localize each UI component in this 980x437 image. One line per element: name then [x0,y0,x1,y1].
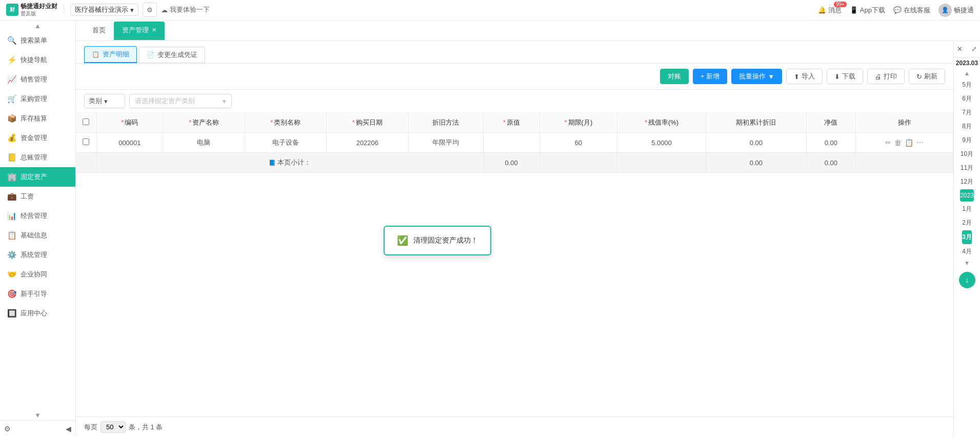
operations-icon: 📊 [7,211,16,221]
sidebar-item-payroll[interactable]: 💼 工资 [0,187,75,206]
right-panel-expand-icon[interactable]: ⤢ [971,45,977,53]
sidebar-item-basic-info[interactable]: 📋 基础信息 [0,226,75,245]
header-right: 🔔 消息 99+ 📱 App下载 💬 在线客服 👤 畅捷通 [818,4,974,17]
month-3-current[interactable]: 3月 [962,230,972,244]
sidebar-item-search[interactable]: 🔍 搜索菜单 [0,31,75,50]
sidebar-item-inventory[interactable]: 📦 库存核算 [0,109,75,128]
row-initial-accumulated: 0.00 [706,133,806,153]
print-button[interactable]: 🖨 打印 [867,69,905,84]
col-period: *期限(月) [539,113,617,133]
sidebar-scroll-down[interactable]: ▼ [0,410,75,420]
col-operations: 操作 [856,113,953,133]
company-name: 医疗器械行业演示 [75,5,128,14]
month-2[interactable]: 2月 [954,216,980,230]
batch-button[interactable]: 批量操作 ▼ [731,69,782,84]
main-container: ▲ 🔍 搜索菜单 ⚡ 快捷导航 📈 销售管理 🛒 采购管理 📦 库存核算 [0,21,980,437]
category-value-filter[interactable]: 请选择固定资产类别 ▾ [129,94,232,108]
month-7[interactable]: 7月 [954,106,980,120]
sidebar-item-ledger[interactable]: 📒 总账管理 [0,148,75,167]
sidebar-item-fixed-assets[interactable]: 🏢 固定资产 [0,167,75,187]
refresh-label: 刷新 [924,72,937,81]
online-service-button[interactable]: 💬 在线客服 [893,6,930,15]
col-depreciation: 折旧方法 [408,113,483,133]
sidebar-item-label: 基础信息 [21,231,47,240]
month-5[interactable]: 5月 [954,78,980,92]
month-11[interactable]: 11月 [954,161,980,175]
download-button[interactable]: ⬇ 下载 [827,69,863,84]
month-1[interactable]: 1月 [954,202,980,216]
sidebar-item-purchase[interactable]: 🛒 采购管理 [0,89,75,109]
ledger-icon: 📒 [7,153,16,162]
row-checkbox-cell [76,133,96,153]
sidebar-item-label: 快捷导航 [21,55,47,65]
tab-close-icon[interactable]: ✕ [152,27,156,33]
sidebar-item-app-center[interactable]: 🔲 应用中心 [0,304,75,323]
filter-wide-chevron-icon: ▾ [223,97,226,105]
content-area: 首页 资产管理 ✕ 📋 资产明细 📄 变更生成凭证 [76,21,980,437]
sub-tab-asset-detail[interactable]: 📋 资产明细 [84,46,137,63]
new-button[interactable]: + 新增 [693,69,727,84]
refresh-button[interactable]: ↻ 刷新 [909,69,945,84]
tab-assets-management[interactable]: 资产管理 ✕ [114,22,165,40]
edit-icon[interactable]: ✏ [885,138,891,147]
month-8[interactable]: 8月 [954,120,980,133]
table-row: 000001 电脑 电子设备 202206 年限平均 60 5.0000 0.0… [76,133,953,153]
month-12[interactable]: 12月 [954,175,980,189]
experience-button[interactable]: ☁ 我要体验一下 [161,5,210,14]
app-center-icon: 🔲 [7,309,16,318]
import-icon: ⬆ [794,73,799,81]
row-category: 电子设备 [245,133,326,153]
import-label: 导入 [802,72,815,81]
bottom-settings-icon[interactable]: ⚙ [4,425,11,433]
right-panel-action-button[interactable]: ↓ [959,272,975,288]
sidebar-item-finance[interactable]: 💰 资金管理 [0,128,75,148]
sidebar-item-operations[interactable]: 📊 经营管理 [0,206,75,226]
delete-icon[interactable]: 🗑 [894,138,902,147]
change-voucher-icon: 📄 [147,51,154,58]
sidebar-item-quick-nav[interactable]: ⚡ 快捷导航 [0,50,75,70]
row-checkbox[interactable] [83,138,89,145]
tab-home-label: 首页 [92,26,106,35]
month-6[interactable]: 6月 [954,92,980,106]
settings-button[interactable]: ⚙ [143,3,157,17]
month-9[interactable]: 9月 [954,133,980,147]
sidebar-item-guide[interactable]: 🎯 新手引导 [0,284,75,304]
page-size-select[interactable]: 50 [101,421,126,433]
enterprise-icon: 🤝 [7,270,16,279]
row-name: 电脑 [163,133,245,153]
guide-icon: 🎯 [7,289,16,299]
subtotal-initial: 0.00 [706,153,806,173]
payroll-icon: 💼 [7,192,16,201]
app-download-button[interactable]: 📱 App下载 [850,6,885,15]
company-selector[interactable]: 医疗器械行业演示 ▾ [70,4,138,16]
copy-icon[interactable]: 📋 [905,138,913,147]
sidebar-item-enterprise[interactable]: 🤝 企业协同 [0,265,75,284]
month-10[interactable]: 10月 [954,147,980,161]
tab-home[interactable]: 首页 [84,22,114,40]
avatar: 👤 [938,4,952,17]
month-4[interactable]: 4月 [954,245,980,259]
table-container: *编码 *资产名称 *类别名称 *购买日期 折旧方法 *原值 *期限(月) *残… [76,113,953,416]
year-2023[interactable]: 2023 [960,189,974,202]
category-filter[interactable]: 类别 ▾ [84,94,125,108]
right-panel-close-icon[interactable]: ✕ [957,45,963,53]
more-icon[interactable]: ⋯ [916,138,924,147]
import-button[interactable]: ⬆ 导入 [786,69,823,84]
user-name: 畅捷通 [954,6,974,15]
select-all-checkbox[interactable] [83,118,89,125]
scroll-down-arrow[interactable]: ▼ [954,259,980,268]
user-menu[interactable]: 👤 畅捷通 [938,4,974,17]
sidebar-item-system[interactable]: ⚙️ 系统管理 [0,245,75,265]
sidebar-item-sales[interactable]: 📈 销售管理 [0,70,75,89]
reconcile-button[interactable]: 对账 [660,69,689,84]
collapse-icon[interactable]: ◀ [66,425,71,433]
sidebar-item-label: 搜索菜单 [21,36,47,45]
message-button[interactable]: 🔔 消息 99+ [818,6,842,15]
sidebar-scroll-up[interactable]: ▲ [0,21,75,31]
sub-tab-change-voucher[interactable]: 📄 变更生成凭证 [139,47,205,63]
right-panel: ✕ ⤢ 2023.03 ▲ 5月 6月 7月 8月 9月 10月 11月 12月… [953,41,980,437]
scroll-up-arrow[interactable]: ▲ [954,69,980,78]
col-net-value: 净值 [806,113,856,133]
download-icon: ⬇ [834,73,840,81]
version-badge: 普及版 [21,10,57,17]
